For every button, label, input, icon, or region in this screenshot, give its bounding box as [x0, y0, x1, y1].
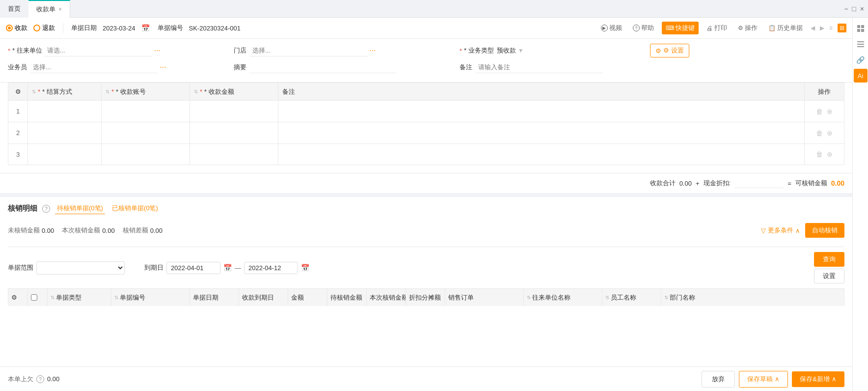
- window-min-icon[interactable]: −: [844, 5, 848, 13]
- sidebar-icon-1[interactable]: [854, 22, 868, 35]
- row-2-remark[interactable]: [278, 122, 805, 143]
- radio-refund[interactable]: 退款: [33, 24, 55, 32]
- help-icon: ?: [633, 25, 640, 31]
- bottom-th-discount-label: 折扣分摊额: [409, 293, 441, 302]
- tab-pending[interactable]: 待核销单据(0笔): [55, 203, 105, 214]
- summary-row: 收款合计 0.00 + 现金折扣: = 可核销金额 0.00: [0, 173, 852, 193]
- table-header: ⚙ ⇅ * * 结算方式 ⇅ * * 收款账号 ⇅ * * 收款金额 备注 操作: [8, 83, 844, 100]
- row-2-delete-icon[interactable]: 🗑: [816, 129, 823, 137]
- tab-close-icon[interactable]: ×: [58, 6, 62, 13]
- reconcile-header: 核销明细 ? 待核销单据(0笔) 已核销单据(0笔): [8, 203, 844, 214]
- due-date-start-input[interactable]: [166, 262, 220, 274]
- form-area: * * 往来单位 ··· 门店 ··· * * 业务类型 预收款 ▼ ⚙ ⚙ 设…: [0, 39, 852, 83]
- radio-collection[interactable]: 收款: [6, 24, 27, 32]
- row-3-delete-icon[interactable]: 🗑: [816, 150, 823, 158]
- staff-input[interactable]: [30, 61, 158, 73]
- discard-button[interactable]: 放弃: [702, 371, 735, 388]
- bottom-table-header: ⚙ ⇅ 单据类型 ⇅ 单据编号 单据日期 收款到期日 金额: [8, 288, 844, 306]
- settings-btn[interactable]: ⚙ ⚙ 设置: [650, 44, 689, 57]
- view-toggle-icon[interactable]: ≡: [829, 25, 833, 31]
- summary-input[interactable]: [249, 61, 397, 73]
- due-date-field: 到期日 📅 — 📅: [144, 262, 309, 274]
- window-close-icon[interactable]: ×: [860, 5, 864, 13]
- nav-right-icon[interactable]: ▶: [820, 25, 824, 31]
- bottom-th-bill-date: 单据日期: [190, 289, 239, 306]
- bottom-info-icon[interactable]: ?: [36, 375, 44, 383]
- row-3-amount[interactable]: [190, 144, 278, 165]
- tab-done[interactable]: 已核销单据(0笔): [110, 203, 160, 214]
- sidebar-icon-2[interactable]: [854, 37, 868, 51]
- history-btn[interactable]: 📋 历史单据: [765, 23, 806, 33]
- query-btn[interactable]: 查询: [814, 252, 844, 267]
- more-conditions-btn[interactable]: ▽ 更多条件 ∧: [761, 226, 800, 235]
- bottom-th-gear[interactable]: ⚙: [8, 289, 28, 306]
- current-value: 0.00: [102, 227, 114, 234]
- sort-bill-type-icon[interactable]: ⇅: [51, 295, 54, 300]
- nav-left-icon[interactable]: ◀: [811, 25, 815, 31]
- bottom-th-current: 本次核销金额: [367, 289, 406, 306]
- range-select[interactable]: [36, 261, 125, 275]
- sort-icon-settlement[interactable]: ⇅: [32, 89, 36, 94]
- table-gear-header[interactable]: ⚙: [8, 83, 28, 100]
- staff-more-btn[interactable]: ···: [160, 63, 166, 72]
- row-2-amount[interactable]: [190, 122, 278, 143]
- query-settings-btn[interactable]: 设置: [814, 269, 844, 283]
- shortcut-btn[interactable]: ⌨ 快捷键: [662, 22, 699, 34]
- biz-type-value: 预收款: [497, 46, 516, 55]
- stat-current: 本次核销金额 0.00: [62, 226, 114, 235]
- biz-type-chevron-icon[interactable]: ▼: [518, 47, 524, 54]
- help-btn[interactable]: ? 帮助: [630, 23, 657, 33]
- sort-bill-no-icon[interactable]: ⇅: [114, 295, 118, 300]
- row-1-copy-icon[interactable]: ⊕: [827, 108, 833, 115]
- row-3-settlement[interactable]: [28, 144, 102, 165]
- calendar-start-icon[interactable]: 📅: [223, 264, 232, 272]
- range-label: 单据范围: [8, 263, 33, 272]
- bottom-th-dept-label: 部门名称: [670, 293, 695, 302]
- row-1-account[interactable]: [102, 101, 190, 122]
- calendar-end-icon[interactable]: 📅: [301, 264, 309, 272]
- tab-home[interactable]: 首页: [0, 0, 28, 18]
- row-2-action: 🗑 ⊕: [805, 122, 844, 143]
- row-1-amount[interactable]: [190, 101, 278, 122]
- row-1-settlement[interactable]: [28, 101, 102, 122]
- row-3-remark[interactable]: [278, 144, 805, 165]
- row-1-delete-icon[interactable]: 🗑: [816, 108, 823, 115]
- save-draft-button[interactable]: 保存草稿 ∧: [739, 371, 788, 388]
- calendar-icon[interactable]: 📅: [141, 24, 150, 32]
- sort-icon-amount[interactable]: ⇅: [194, 89, 198, 94]
- save-new-button[interactable]: 保存&新增 ∧: [792, 371, 844, 387]
- due-date-end-input[interactable]: [244, 262, 298, 274]
- sidebar-icon-4[interactable]: Ai: [854, 69, 868, 83]
- discount-input[interactable]: [734, 178, 784, 188]
- window-max-icon[interactable]: □: [852, 5, 856, 13]
- sort-counterpart-icon[interactable]: ⇅: [527, 295, 531, 300]
- grid-toggle-icon[interactable]: ⊞: [838, 24, 846, 32]
- bottom-th-check[interactable]: [28, 289, 48, 306]
- reconcile-info-icon[interactable]: ?: [42, 205, 50, 213]
- auto-reconcile-btn[interactable]: 自动核销: [805, 223, 844, 238]
- counterpart-input[interactable]: [44, 45, 152, 56]
- bottom-th-amount: 金额: [288, 289, 327, 306]
- filter-icon: ▽: [761, 227, 766, 234]
- print-btn[interactable]: 🖨 打印: [704, 23, 730, 33]
- row-2-account[interactable]: [102, 122, 190, 143]
- counterpart-more-btn[interactable]: ···: [154, 46, 161, 55]
- operation-btn[interactable]: ⚙ 操作: [735, 23, 760, 33]
- row-3-account[interactable]: [102, 144, 190, 165]
- row-1-remark[interactable]: [278, 101, 805, 122]
- select-all-checkbox[interactable]: [31, 294, 37, 301]
- tab-active[interactable]: 收款单 ×: [28, 0, 70, 18]
- sort-staff-icon[interactable]: ⇅: [605, 295, 609, 300]
- bottom-th-counterpart: ⇅ 往来单位名称: [524, 289, 602, 306]
- store-input[interactable]: [249, 45, 367, 56]
- remark-input[interactable]: [475, 61, 603, 73]
- video-btn[interactable]: ▶ 视频: [598, 23, 625, 33]
- row-2-copy-icon[interactable]: ⊕: [827, 129, 833, 137]
- store-more-btn[interactable]: ···: [369, 46, 376, 55]
- sort-icon-account[interactable]: ⇅: [106, 89, 109, 94]
- row-2-settlement[interactable]: [28, 122, 102, 143]
- date-field: 单据日期 2023-03-24 📅: [71, 24, 150, 32]
- sort-dept-icon[interactable]: ⇅: [664, 295, 668, 300]
- row-3-copy-icon[interactable]: ⊕: [827, 150, 833, 158]
- sidebar-icon-3[interactable]: 🔗: [854, 53, 868, 67]
